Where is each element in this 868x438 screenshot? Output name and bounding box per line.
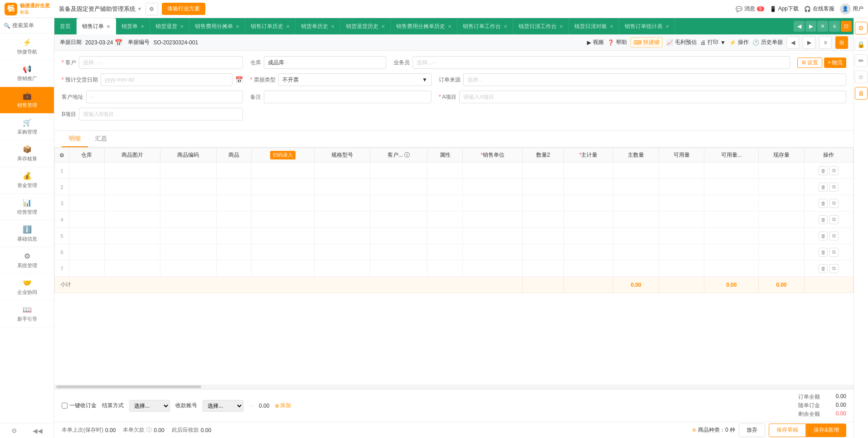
scan-btn[interactable]: 扫码录入 bbox=[270, 151, 296, 159]
system-name-btn[interactable]: 装备及固定资产辅助管理系统 ▼ bbox=[59, 5, 142, 13]
tab-prev-btn[interactable]: ◀ bbox=[794, 21, 805, 32]
row-copy-btn-2[interactable]: ⧉ bbox=[829, 183, 839, 192]
row-attr-4[interactable] bbox=[427, 212, 463, 228]
operation-btn[interactable]: ⚡ 操作 bbox=[729, 39, 749, 46]
row-sales-unit-6[interactable] bbox=[463, 244, 523, 260]
close-icon[interactable]: ✕ bbox=[180, 24, 184, 29]
save-new-btn[interactable]: 保存&新增 bbox=[806, 424, 846, 437]
row-sales-unit-2[interactable] bbox=[463, 179, 523, 195]
save-draft-btn[interactable]: 保存草稿 bbox=[769, 424, 806, 437]
order-source-input[interactable]: 选择... bbox=[463, 73, 846, 86]
row-code-6[interactable] bbox=[160, 244, 216, 260]
tab-menu-btn[interactable]: ≡ bbox=[829, 21, 840, 32]
sidebar-item-operations[interactable]: 📊 经营管理 bbox=[0, 194, 54, 221]
right-icon-star[interactable]: ☆ bbox=[855, 71, 868, 83]
row-attr-3[interactable] bbox=[427, 195, 463, 212]
row-main-qty-7[interactable] bbox=[613, 260, 659, 277]
industry-plan-btn[interactable]: 体验行业方案 bbox=[162, 3, 205, 15]
scroll-row[interactable] bbox=[54, 385, 853, 389]
close-icon[interactable]: ✕ bbox=[448, 24, 451, 29]
row-customer-code-6[interactable] bbox=[370, 244, 427, 260]
sidebar-item-guide[interactable]: 📖 新手引导 bbox=[0, 301, 54, 327]
row-qty2-3[interactable] bbox=[523, 195, 564, 212]
row-delete-btn-4[interactable]: 🗑 bbox=[819, 215, 828, 224]
row-code-5[interactable] bbox=[160, 228, 216, 244]
row-main-unit-2[interactable] bbox=[563, 179, 613, 195]
row-main-qty-6[interactable] bbox=[613, 244, 659, 260]
tab-expense-history[interactable]: 销售费用分摊单历史 ✕ bbox=[391, 18, 457, 34]
row-spec-7[interactable] bbox=[314, 260, 370, 277]
row-main-qty-3[interactable] bbox=[613, 195, 659, 212]
sidebar-collapse-btn[interactable]: ◀◀ bbox=[33, 427, 43, 434]
row-main-unit-1[interactable] bbox=[563, 163, 613, 179]
tab-expand-btn[interactable]: ⊡ bbox=[841, 21, 852, 32]
delivery-calendar-icon[interactable]: 📅 bbox=[235, 76, 243, 83]
profit-btn[interactable]: 📈 毛利预估 bbox=[666, 39, 697, 46]
row-delete-btn-1[interactable]: 🗑 bbox=[819, 166, 828, 175]
tab-close-btn[interactable]: ✕ bbox=[817, 21, 828, 32]
tab-sales-invoice[interactable]: 销货单 ✕ bbox=[116, 18, 150, 34]
add-payment-btn[interactable]: ⊕ 添加 bbox=[275, 402, 291, 409]
tab-sales-order-history[interactable]: 销售订单历史 ✕ bbox=[245, 18, 296, 34]
row-main-unit-6[interactable] bbox=[563, 244, 613, 260]
tab-summary[interactable]: 汇总 bbox=[88, 131, 114, 147]
row-warehouse-1[interactable] bbox=[69, 163, 105, 179]
row-customer-code-7[interactable] bbox=[370, 260, 427, 277]
row-product-2[interactable] bbox=[216, 179, 252, 195]
sidebar-settings-btn[interactable]: ⚙ bbox=[11, 427, 17, 434]
row-code-2[interactable] bbox=[160, 179, 216, 195]
tab-invoice-history[interactable]: 销货单历史 ✕ bbox=[296, 18, 340, 34]
grid-view-btn[interactable]: ⊞ bbox=[835, 36, 848, 49]
row-product-5[interactable] bbox=[216, 228, 252, 244]
row-spec-2[interactable] bbox=[314, 179, 370, 195]
row-copy-btn-7[interactable]: ⧉ bbox=[829, 264, 839, 273]
quick-checkout-checkbox[interactable]: 一键收订金 bbox=[62, 402, 97, 409]
right-icon-screen[interactable]: 🖥 bbox=[855, 87, 868, 100]
row-customer-code-1[interactable] bbox=[370, 163, 427, 179]
row-attr-5[interactable] bbox=[427, 228, 463, 244]
sidebar-item-sales[interactable]: 💼 销售管理 bbox=[0, 87, 54, 114]
nav-next-btn[interactable]: ▶ bbox=[803, 36, 815, 49]
tab-return-history[interactable]: 销货退货历史 ✕ bbox=[340, 18, 391, 34]
row-qty2-2[interactable] bbox=[523, 179, 564, 195]
row-sales-unit-1[interactable] bbox=[463, 163, 523, 179]
close-icon[interactable]: ✕ bbox=[141, 24, 144, 29]
row-delete-btn-7[interactable]: 🗑 bbox=[819, 264, 828, 273]
help-btn[interactable]: ❓ 帮助 bbox=[607, 39, 627, 46]
row-spec-6[interactable] bbox=[314, 244, 370, 260]
row-product-7[interactable] bbox=[216, 260, 252, 277]
address-dots[interactable]: ··· bbox=[90, 94, 95, 100]
row-spec-5[interactable] bbox=[314, 228, 370, 244]
payment-method-select[interactable]: 选择... bbox=[129, 400, 170, 412]
row-qty2-5[interactable] bbox=[523, 228, 564, 244]
right-icon-settings[interactable]: ⚙ bbox=[855, 22, 868, 34]
online-support-btn[interactable]: 🎧 在线客服 bbox=[804, 5, 834, 13]
row-attr-1[interactable] bbox=[427, 163, 463, 179]
remark-input[interactable] bbox=[264, 91, 432, 103]
sidebar-item-quick-nav[interactable]: ⚡ 快捷导航 bbox=[0, 34, 54, 60]
sidebar-item-enterprise[interactable]: 🤝 企业协同 bbox=[0, 274, 54, 301]
address-input[interactable]: ··· bbox=[86, 91, 243, 103]
history-btn[interactable]: 🕐 历史单据 bbox=[752, 39, 783, 46]
tab-home[interactable]: 首页 bbox=[54, 18, 77, 34]
warehouse-dots-btn[interactable]: ··· bbox=[284, 59, 289, 66]
row-copy-btn-5[interactable]: ⧉ bbox=[829, 231, 839, 241]
row-sales-unit-4[interactable] bbox=[463, 212, 523, 228]
sidebar-item-finance[interactable]: 💰 资金管理 bbox=[0, 167, 54, 194]
app-download-btn[interactable]: 📱 App下载 bbox=[770, 5, 799, 13]
row-attr-6[interactable] bbox=[427, 244, 463, 260]
row-main-unit-3[interactable] bbox=[563, 195, 613, 212]
row-delete-btn-2[interactable]: 🗑 bbox=[819, 183, 828, 192]
row-main-qty-2[interactable] bbox=[613, 179, 659, 195]
discard-btn[interactable]: 放弃 bbox=[739, 424, 765, 437]
row-attr-2[interactable] bbox=[427, 179, 463, 195]
row-customer-code-4[interactable] bbox=[370, 212, 427, 228]
close-icon[interactable]: ✕ bbox=[665, 24, 669, 29]
row-sales-unit-5[interactable] bbox=[463, 228, 523, 244]
row-spec-4[interactable] bbox=[314, 212, 370, 228]
row-main-qty-1[interactable] bbox=[613, 163, 659, 179]
delivery-date-input[interactable] bbox=[101, 73, 233, 86]
th-settings[interactable]: ⚙ bbox=[55, 148, 69, 163]
staff-dots-btn[interactable]: ··· bbox=[432, 59, 436, 66]
row-spec-1[interactable] bbox=[314, 163, 370, 179]
